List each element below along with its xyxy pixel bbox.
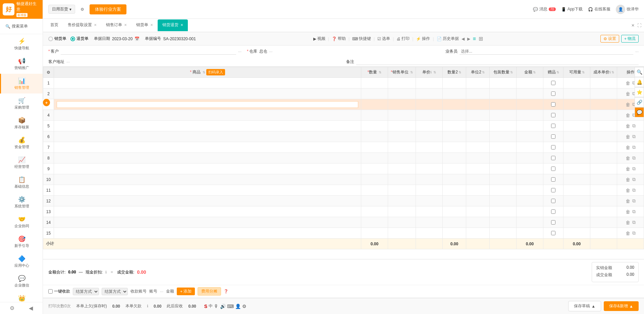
tab-sales-return[interactable]: 销货退货 ✕: [158, 19, 188, 31]
delete-icon[interactable]: 🗑: [626, 220, 630, 225]
row-2-cost[interactable]: [590, 88, 617, 99]
close-tab-icon[interactable]: ✕: [631, 23, 635, 28]
person-icon[interactable]: 👤: [235, 304, 241, 309]
sidebar-item-system[interactable]: ⚙️ 系统管理: [0, 192, 43, 212]
delete-icon[interactable]: 🗑: [626, 231, 630, 236]
cash-info-icon[interactable]: ℹ: [105, 270, 107, 274]
row-3-product-input[interactable]: [57, 101, 358, 108]
delete-icon[interactable]: 🗑: [626, 134, 630, 139]
select-action[interactable]: ☑ 选单: [377, 36, 390, 42]
sidebar-item-quick-nav[interactable]: ⚡ 快捷导航: [0, 34, 43, 54]
row-1-qty[interactable]: [361, 78, 388, 88]
delete-icon[interactable]: 🗑: [626, 209, 630, 214]
experience-btn[interactable]: 体验行业方案: [90, 4, 126, 14]
sort-unit-icon[interactable]: ⇅: [410, 70, 413, 74]
delete-icon[interactable]: 🗑: [626, 80, 630, 86]
industry-selector[interactable]: 日用百货 ▾: [48, 5, 75, 14]
row-3-price[interactable]: [416, 99, 443, 110]
settings-bottom-icon[interactable]: ⚙: [242, 304, 247, 309]
row-1-price[interactable]: [416, 78, 443, 88]
row-2-product[interactable]: [54, 88, 361, 99]
copy-icon[interactable]: ⧉: [632, 134, 636, 139]
row-2-avail[interactable]: [564, 88, 590, 99]
delete-icon[interactable]: 🗑: [626, 155, 630, 161]
tab-price-settings[interactable]: 售价提取设置 ✕: [63, 19, 101, 31]
salesperson-dots[interactable]: ···: [635, 49, 639, 54]
row-2-pkg[interactable]: [490, 88, 517, 99]
tab-home[interactable]: 首页: [46, 19, 63, 31]
row-1-product[interactable]: [54, 78, 361, 88]
edge-search[interactable]: 🔍: [635, 67, 644, 77]
sidebar-item-sales[interactable]: 📊 销售管理: [0, 74, 43, 93]
delete-icon[interactable]: 🗑: [626, 102, 630, 107]
radio-sale[interactable]: 销货单: [48, 36, 66, 42]
copy-icon[interactable]: ⧉: [632, 177, 636, 182]
sidebar-item-marketing[interactable]: 📢 营销推广: [0, 54, 43, 74]
speaker-icon[interactable]: 🔊: [220, 304, 226, 309]
row-3-pkg[interactable]: [490, 99, 517, 110]
row-3-gift-check[interactable]: [551, 102, 555, 107]
sort-gift-icon[interactable]: ⇅: [556, 70, 559, 74]
delete-icon[interactable]: 🗑: [626, 166, 630, 172]
cost-split-btn[interactable]: 费用分摊: [198, 287, 221, 296]
cost-split-info-icon[interactable]: ❓: [224, 289, 228, 294]
price-info-icon[interactable]: ℹ: [430, 70, 432, 74]
row-1-pkg[interactable]: [490, 78, 517, 88]
sort-product-icon[interactable]: ⇅: [203, 70, 205, 74]
customer-input[interactable]: [61, 48, 236, 55]
user-avatar-btn[interactable]: 👤 徐泽华: [616, 5, 639, 14]
row-1-cost[interactable]: [590, 78, 617, 88]
collapse-icon[interactable]: ◀: [29, 305, 33, 311]
copy-icon[interactable]: ⧉: [632, 144, 636, 150]
wuliu-btn[interactable]: + 物流: [621, 35, 639, 43]
grid-view-icon[interactable]: ⊞: [479, 36, 483, 42]
online-service-btn[interactable]: 🎧 在线客服: [588, 6, 610, 12]
delete-icon[interactable]: 🗑: [626, 145, 630, 150]
row-2-gift-check[interactable]: [551, 91, 555, 96]
delete-icon[interactable]: 🗑: [626, 113, 630, 118]
sort-qty-icon[interactable]: ⇅: [379, 70, 381, 74]
calendar-icon[interactable]: 📅: [135, 37, 140, 41]
list-view-icon[interactable]: ≡: [473, 36, 476, 42]
delete-icon[interactable]: 🗑: [626, 188, 630, 193]
salesperson-input[interactable]: [460, 48, 633, 55]
mic-icon[interactable]: 🎙: [214, 304, 219, 309]
row-2-qty2[interactable]: [443, 88, 466, 99]
copy-icon[interactable]: ⧉: [632, 230, 636, 236]
sidebar-item-operations[interactable]: 📈 经营管理: [0, 153, 43, 173]
one-click-payment-label[interactable]: 一键收款: [48, 289, 70, 294]
address-dots[interactable]: ···: [66, 60, 70, 64]
customer-dots[interactable]: ···: [238, 49, 241, 54]
copy-icon[interactable]: ⧉: [632, 209, 636, 214]
th-setting[interactable]: ⚙: [43, 67, 54, 78]
row-1-gift-check[interactable]: [551, 81, 555, 85]
delete-icon[interactable]: 🗑: [626, 198, 630, 204]
cost-info-icon[interactable]: ℹ: [609, 70, 611, 74]
row-1-amount[interactable]: [517, 78, 543, 88]
history-action[interactable]: 📄 历史单据: [437, 36, 459, 42]
sidebar-item-member[interactable]: 👑 畅会员: [0, 291, 43, 302]
settlement-select[interactable]: 结算方式: [73, 288, 99, 295]
sort-amount-icon[interactable]: ⇅: [533, 70, 536, 74]
row-1-unit2[interactable]: [466, 78, 490, 88]
row-3-qty[interactable]: [361, 99, 388, 110]
sort-avail-icon[interactable]: ⇅: [582, 70, 585, 74]
next-record-icon[interactable]: ▶: [467, 37, 470, 41]
tab-sales-delivery[interactable]: 销货单 ✕: [131, 19, 158, 31]
scan-btn[interactable]: 扫码录入: [206, 69, 225, 75]
keyboard-icon[interactable]: ⌨: [227, 304, 234, 309]
row-2-price[interactable]: [416, 88, 443, 99]
sidebar-item-basic-info[interactable]: 📋 基础信息: [0, 173, 43, 192]
copy-icon[interactable]: ⧉: [632, 155, 636, 161]
add-payment-btn[interactable]: + 添加: [177, 288, 195, 295]
search-menu-item[interactable]: 🔍 搜索菜单: [3, 21, 40, 31]
app-download-btn[interactable]: 📱 App下载: [561, 6, 583, 12]
row-1-unit[interactable]: [388, 78, 416, 88]
copy-icon[interactable]: ⧉: [632, 198, 636, 204]
row-3-qty2[interactable]: [443, 99, 466, 110]
expand-tab-icon[interactable]: ⛶: [637, 23, 641, 28]
sidebar-item-enterprise[interactable]: 🤝 企业协同: [0, 212, 43, 232]
settings-icon[interactable]: ⚙: [10, 305, 14, 311]
row-1-qty2[interactable]: [443, 78, 466, 88]
sidebar-item-purchase[interactable]: 🛒 采购管理: [0, 93, 43, 113]
